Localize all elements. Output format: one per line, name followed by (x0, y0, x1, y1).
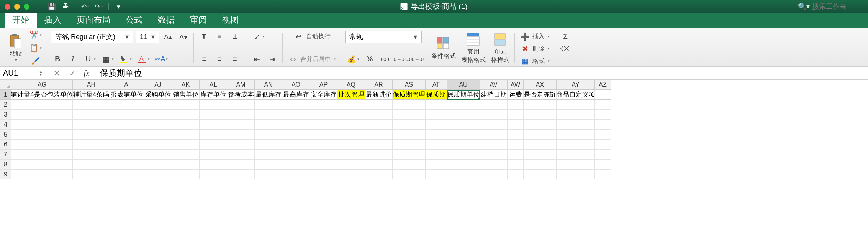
cell-AY5[interactable] (557, 130, 595, 140)
cell-AK5[interactable] (172, 130, 200, 140)
cell-AK7[interactable] (172, 150, 200, 160)
cell-AZ3[interactable] (595, 110, 611, 120)
cell-AU6[interactable] (447, 140, 480, 150)
column-header-AS[interactable]: AS (393, 80, 426, 90)
cell-AH5[interactable] (73, 130, 110, 140)
copy-button[interactable]: 📋▾ (28, 42, 43, 54)
cell-AV2[interactable] (480, 100, 508, 110)
tab-数据[interactable]: 数据 (150, 11, 182, 28)
cell-styles-button[interactable]: 单元 格样式 (490, 31, 511, 65)
row-header-7[interactable]: 7 (0, 150, 11, 160)
cell-AM2[interactable] (227, 100, 255, 110)
cell-AJ3[interactable] (144, 110, 172, 120)
column-header-AP[interactable]: AP (310, 80, 337, 90)
cell-AR6[interactable] (365, 140, 393, 150)
print-button[interactable]: 🖶 (61, 2, 70, 11)
cell-AS1[interactable]: 保质期管理 (393, 90, 426, 100)
cell-AO6[interactable] (282, 140, 310, 150)
cell-AL4[interactable] (200, 120, 227, 130)
cell-AL2[interactable] (200, 100, 227, 110)
row-header-4[interactable]: 4 (0, 120, 11, 130)
column-header-AQ[interactable]: AQ (337, 80, 365, 90)
cell-AM4[interactable] (227, 120, 255, 130)
cell-AI8[interactable] (110, 160, 144, 170)
orientation-button[interactable]: ⤢▾ (251, 31, 266, 42)
align-center-button[interactable]: ≡ (213, 53, 226, 65)
close-window-button[interactable] (5, 4, 10, 10)
cell-AK1[interactable]: 销售单位 (172, 90, 200, 100)
cell-AV3[interactable] (480, 110, 508, 120)
cell-AG6[interactable] (11, 140, 73, 150)
cell-AT4[interactable] (426, 120, 447, 130)
cell-AX6[interactable] (524, 140, 557, 150)
cell-AO5[interactable] (282, 130, 310, 140)
cell-AH1[interactable]: 辅计量4条码 (73, 90, 110, 100)
cell-AX4[interactable] (524, 120, 557, 130)
cell-AR8[interactable] (365, 160, 393, 170)
cell-AL5[interactable] (200, 130, 227, 140)
cell-AN4[interactable] (255, 120, 282, 130)
cell-AP7[interactable] (310, 150, 337, 160)
cell-AG4[interactable] (11, 120, 73, 130)
border-button[interactable]: ▦▾ (100, 53, 115, 65)
cell-AN6[interactable] (255, 140, 282, 150)
decrease-font-button[interactable]: A▾ (177, 31, 190, 43)
row-header-9[interactable]: 9 (0, 170, 11, 179)
cell-AN8[interactable] (255, 160, 282, 170)
column-header-AU[interactable]: AU (447, 80, 480, 90)
cell-AO4[interactable] (282, 120, 310, 130)
cell-AG9[interactable] (11, 170, 73, 179)
cell-AL7[interactable] (200, 150, 227, 160)
cell-AP6[interactable] (310, 140, 337, 150)
cell-AI7[interactable] (110, 150, 144, 160)
clear-button[interactable]: ⌫ (559, 43, 572, 54)
cell-AI6[interactable] (110, 140, 144, 150)
cell-AY6[interactable] (557, 140, 595, 150)
cell-AR3[interactable] (365, 110, 393, 120)
cell-AJ2[interactable] (144, 100, 172, 110)
column-header-AY[interactable]: AY (557, 80, 595, 90)
cell-AI5[interactable] (110, 130, 144, 140)
column-header-AT[interactable]: AT (426, 80, 447, 90)
cell-AM8[interactable] (227, 160, 255, 170)
name-box-stepper[interactable]: ▲▼ (39, 70, 43, 76)
cell-AZ9[interactable] (595, 170, 611, 179)
cell-AL1[interactable]: 库存单位 (200, 90, 227, 100)
paste-button[interactable]: 粘贴 ▼ (6, 33, 25, 63)
cell-AP1[interactable]: 安全库存 (310, 90, 337, 100)
cell-AL8[interactable] (200, 160, 227, 170)
bold-button[interactable]: B (51, 53, 64, 65)
cell-AH6[interactable] (73, 140, 110, 150)
cell-AQ7[interactable] (337, 150, 365, 160)
cell-AL9[interactable] (200, 170, 227, 179)
cell-AJ8[interactable] (144, 160, 172, 170)
column-header-AZ[interactable]: AZ (595, 80, 611, 90)
cell-AJ1[interactable]: 采购单位 (144, 90, 172, 100)
cell-AM5[interactable] (227, 130, 255, 140)
cell-AS9[interactable] (393, 170, 426, 179)
cell-AN2[interactable] (255, 100, 282, 110)
increase-decimal-button[interactable]: .0→.00 (394, 53, 407, 65)
cell-AS7[interactable] (393, 150, 426, 160)
cell-AW4[interactable] (508, 120, 524, 130)
cell-AO2[interactable] (282, 100, 310, 110)
cell-AT2[interactable] (426, 100, 447, 110)
cell-AT6[interactable] (426, 140, 447, 150)
cell-AS8[interactable] (393, 160, 426, 170)
cell-AG1[interactable]: 辅计量4是否包装单位 (11, 90, 73, 100)
cell-AU8[interactable] (447, 160, 480, 170)
cell-AW8[interactable] (508, 160, 524, 170)
cell-AT9[interactable] (426, 170, 447, 179)
cell-AW2[interactable] (508, 100, 524, 110)
cell-AJ7[interactable] (144, 150, 172, 160)
cell-AZ1[interactable] (595, 90, 611, 100)
cell-AN3[interactable] (255, 110, 282, 120)
increase-indent-button[interactable]: ⇥ (266, 53, 279, 65)
cell-AO8[interactable] (282, 160, 310, 170)
cell-AO1[interactable]: 最高库存 (282, 90, 310, 100)
column-header-AK[interactable]: AK (172, 80, 200, 90)
cell-AZ5[interactable] (595, 130, 611, 140)
cell-AX9[interactable] (524, 170, 557, 179)
conditional-format-button[interactable]: 条件格式 (430, 35, 457, 61)
cell-AN1[interactable]: 最低库存 (255, 90, 282, 100)
